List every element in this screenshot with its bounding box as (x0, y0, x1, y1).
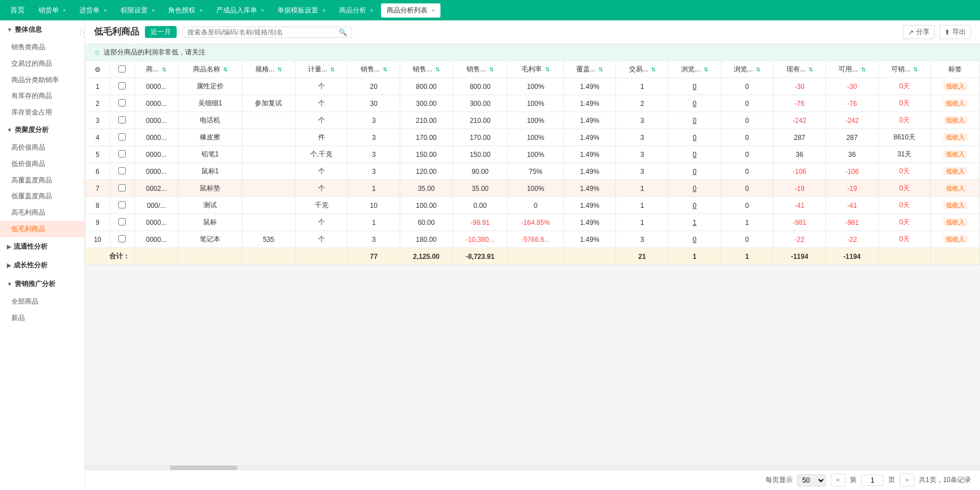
cell-check[interactable] (110, 95, 134, 112)
th-available-stock[interactable]: 可用... ⇅ (826, 61, 879, 78)
cell-check[interactable] (110, 180, 134, 197)
current-page-input[interactable] (861, 475, 884, 486)
export-button[interactable]: ⬆ 导出 (939, 25, 971, 39)
th-view1[interactable]: 浏览... ⇅ (669, 61, 721, 78)
time-filter-button[interactable]: 近一月 (145, 26, 177, 38)
sidebar-item-high-margin[interactable]: 高毛利商品 (0, 204, 84, 221)
nav-product-analysis-list[interactable]: 商品分析列表 × (381, 3, 440, 18)
sidebar-item-low-coverage[interactable]: 低覆盖度商品 (0, 188, 84, 204)
next-page-button[interactable]: ＞ (900, 474, 914, 487)
th-name[interactable]: 商品名称 ⇅ (178, 61, 242, 78)
horizontal-scrollbar[interactable] (85, 465, 980, 470)
sidebar-item-high-coverage[interactable]: 高覆盖度商品 (0, 172, 84, 189)
sidebar-item-high-value[interactable]: 高价值商品 (0, 139, 84, 156)
th-code[interactable]: 商... ⇅ (134, 61, 178, 78)
nav-close-product-entry[interactable]: × (261, 7, 264, 14)
sidebar-item-stocked-products[interactable]: 有库存的商品 (0, 88, 84, 104)
row-checkbox[interactable] (118, 116, 126, 123)
sidebar-item-all-products[interactable]: 全部商品 (0, 293, 84, 310)
sidebar-item-low-margin[interactable]: 低毛利商品 (0, 221, 84, 237)
search-input[interactable] (187, 28, 339, 36)
th-sales-amount[interactable]: 销售... ⇅ (400, 61, 453, 78)
cell-check[interactable] (110, 146, 134, 163)
row-checkbox[interactable] (118, 184, 126, 191)
th-gross-margin[interactable]: 毛利率 ⇅ (508, 61, 563, 78)
cell-coverage: 1.49% (563, 163, 616, 180)
th-trade-count[interactable]: 交易... ⇅ (616, 61, 669, 78)
cell-view1[interactable]: 0 (669, 180, 721, 197)
th-tag[interactable]: 标签 (931, 61, 980, 78)
cell-view1[interactable]: 0 (669, 129, 721, 146)
nav-role-auth[interactable]: 角色授权 × (162, 3, 208, 18)
select-all-checkbox[interactable] (118, 65, 126, 73)
sidebar-section-growth[interactable]: ▶ 成长性分析 (0, 256, 84, 275)
cell-check[interactable] (110, 112, 134, 129)
sidebar-section-overall[interactable]: ▼ 整体信息 (0, 20, 84, 39)
th-current-stock[interactable]: 现有... ⇅ (773, 61, 826, 78)
cell-view1[interactable]: 0 (669, 197, 721, 214)
cell-view1[interactable]: 0 (669, 146, 721, 163)
th-saleable-days[interactable]: 可销... ⇅ (878, 61, 931, 78)
cell-view1[interactable]: 0 (669, 231, 721, 248)
sidebar-section-cluster[interactable]: ▼ 类聚度分析 (0, 121, 84, 139)
nav-template-settings[interactable]: 单据模板设置 × (272, 3, 331, 18)
cell-view1[interactable]: 1 (669, 214, 721, 231)
cell-check[interactable] (110, 231, 134, 248)
cell-check[interactable] (110, 214, 134, 231)
cell-check[interactable] (110, 163, 134, 180)
th-sales-qty[interactable]: 销售... ⇅ (348, 61, 400, 78)
search-icon[interactable]: 🔍 (339, 28, 347, 36)
cell-view1[interactable]: 0 (669, 112, 721, 129)
sidebar-section-circulation[interactable]: ▶ 流通性分析 (0, 237, 84, 256)
row-checkbox[interactable] (118, 218, 126, 225)
nav-close-sales-order[interactable]: × (63, 7, 66, 14)
nav-purchase-order[interactable]: 进货单 × (74, 3, 112, 18)
sidebar-item-stock-capital[interactable]: 库存资金占用 (0, 104, 84, 121)
th-sales-profit[interactable]: 销售... ⇅ (452, 61, 508, 78)
cell-view1[interactable]: 0 (669, 78, 721, 95)
share-button[interactable]: ↗ 分享 (903, 25, 935, 39)
nav-sales-order[interactable]: 销货单 × (33, 3, 71, 18)
sidebar-section-marketing[interactable]: ▼ 营销推广分析 (0, 275, 84, 293)
prev-page-button[interactable]: ＜ (831, 474, 845, 487)
sidebar-item-new-products[interactable]: 新品 (0, 310, 84, 326)
sidebar-item-traded-products[interactable]: 交易过的商品 (0, 56, 84, 72)
sidebar-item-category-assist[interactable]: 商品分类助销率 (0, 72, 84, 88)
row-checkbox[interactable] (118, 133, 126, 140)
nav-close-purchase-order[interactable]: × (104, 7, 107, 14)
th-coverage[interactable]: 覆盖... ⇅ (563, 61, 616, 78)
nav-permissions[interactable]: 权限设置 × (115, 3, 160, 18)
row-checkbox[interactable] (118, 201, 126, 208)
row-checkbox[interactable] (118, 235, 126, 242)
row-checkbox[interactable] (118, 82, 126, 90)
sidebar-item-low-value[interactable]: 低价值商品 (0, 156, 84, 172)
nav-close-product-analysis-list[interactable]: × (431, 7, 435, 14)
table-container[interactable]: ⚙ 商... ⇅ 商品名称 ⇅ 规格... ⇅ 计量... ⇅ 销售... ⇅ … (85, 61, 980, 465)
cell-code: 0000... (134, 78, 178, 95)
row-checkbox[interactable] (118, 167, 126, 174)
cell-spec (242, 197, 296, 214)
page-size-select[interactable]: 50 100 200 (797, 474, 826, 487)
row-checkbox[interactable] (118, 150, 126, 157)
cell-view1[interactable]: 0 (669, 163, 721, 180)
cell-spec: 535 (242, 231, 296, 248)
th-spec[interactable]: 规格... ⇅ (242, 61, 296, 78)
nav-close-permissions[interactable]: × (152, 7, 155, 14)
cell-check[interactable] (110, 78, 134, 95)
nav-close-role-auth[interactable]: × (199, 7, 203, 14)
cell-check[interactable] (110, 129, 134, 146)
nav-close-template-settings[interactable]: × (322, 7, 326, 14)
cell-check[interactable] (110, 197, 134, 214)
nav-home[interactable]: 首页 (5, 3, 31, 18)
nav-close-product-analysis[interactable]: × (370, 7, 373, 14)
nav-product-analysis[interactable]: 商品分析 × (333, 3, 379, 18)
th-checkbox[interactable] (110, 61, 134, 78)
th-unit[interactable]: 计量... ⇅ (295, 61, 348, 78)
nav-product-entry[interactable]: 产成品入库单 × (211, 3, 269, 18)
row-checkbox[interactable] (118, 99, 126, 106)
scrollbar-thumb[interactable] (170, 466, 238, 470)
sidebar-item-sales-products[interactable]: 销售类商品 (0, 39, 84, 56)
th-view2[interactable]: 浏览... ⇅ (721, 61, 773, 78)
th-settings[interactable]: ⚙ (85, 61, 110, 78)
cell-view1[interactable]: 0 (669, 95, 721, 112)
